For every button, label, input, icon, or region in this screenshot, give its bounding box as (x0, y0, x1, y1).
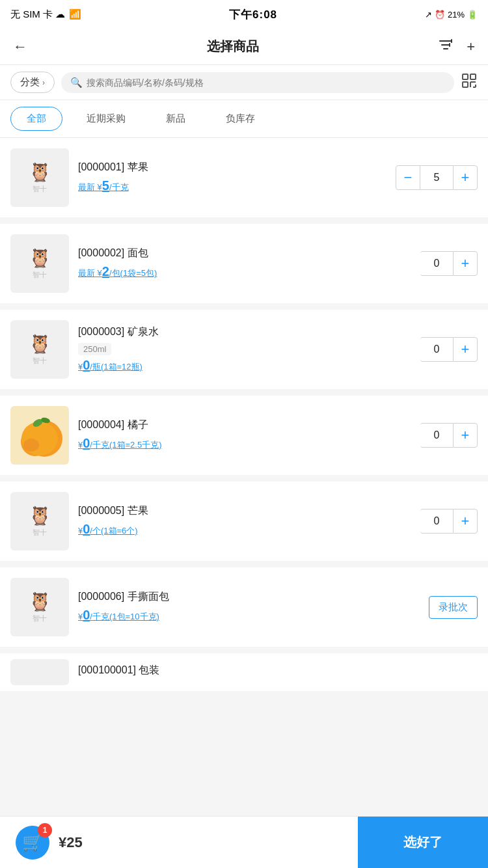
cart-total: ¥25 (59, 834, 83, 851)
price-unit: /千克(1箱=2.5千克) (90, 440, 161, 450)
list-item: 🦉 智十 [0000006] 手撕面包 ¥0/千克(1包=10千克) 录批次 (0, 567, 488, 647)
product-name: [0000002] 面包 (78, 247, 411, 260)
quantity-control: + (420, 509, 478, 534)
plus-button[interactable]: + (453, 165, 478, 190)
product-price: 最新 ¥5/千克 (78, 178, 386, 193)
filter-icon[interactable] (438, 37, 454, 57)
price-prefix: 最新 ¥ (78, 182, 102, 192)
cart-badge: 1 (38, 823, 52, 837)
product-list: 🦉 智十 [0000001] 苹果 最新 ¥5/千克 − + 🦉 智十 [000… (0, 138, 488, 691)
product-info: [0000004] 橘子 ¥0/千克(1箱=2.5千克) (78, 418, 411, 452)
list-item: 🦉 智十 [0000001] 苹果 最新 ¥5/千克 − + (0, 138, 488, 217)
plus-button[interactable]: + (453, 509, 478, 534)
batch-button[interactable]: 录批次 (429, 596, 478, 619)
battery-icon: 🔋 (467, 10, 478, 20)
product-thumbnail: 🦉 智十 (10, 492, 69, 550)
owl-icon: 🦉 (29, 247, 51, 269)
owl-icon: 🦉 (29, 161, 51, 183)
product-price: ¥0/千克(1箱=2.5千克) (78, 436, 411, 451)
tab-bar: 全部 近期采购 新品 负库存 (0, 100, 488, 138)
price-unit: /瓶(1箱=12瓶) (90, 362, 142, 372)
status-right: ↗ ⏰ 21% 🔋 (425, 10, 478, 20)
quantity-control: − + (396, 165, 478, 190)
price-amount: 5 (102, 178, 109, 193)
list-item: 🦉 智十 [0000003] 矿泉水 250ml ¥0/瓶(1箱=12瓶) + (0, 310, 488, 389)
product-name: [0000005] 芒果 (78, 504, 411, 518)
product-price: ¥0/个(1箱=6个) (78, 522, 411, 537)
product-info: [0000002] 面包 最新 ¥2/包(1袋=5包) (78, 247, 411, 280)
quantity-input[interactable] (420, 423, 453, 448)
product-info: [000100001] 包装 (78, 664, 478, 681)
product-name: [000100001] 包装 (78, 664, 478, 677)
quantity-control: + (420, 337, 478, 362)
quantity-control: 录批次 (429, 596, 478, 619)
brand-text: 智十 (33, 356, 47, 366)
product-thumbnail (10, 406, 69, 465)
product-price: 最新 ¥2/包(1袋=5包) (78, 264, 411, 279)
plus-button[interactable]: + (453, 423, 478, 448)
quantity-input[interactable] (420, 337, 453, 362)
cart-button[interactable]: 🛒 1 (16, 826, 49, 860)
product-info: [0000005] 芒果 ¥0/个(1箱=6个) (78, 504, 411, 538)
price-amount: 0 (83, 436, 90, 450)
tab-new[interactable]: 新品 (150, 107, 202, 131)
status-bar: 无 SIM 卡 ☁ 📶 下午6:08 ↗ ⏰ 21% 🔋 (0, 0, 488, 29)
product-name: [0000006] 手撕面包 (78, 590, 420, 604)
price-amount: 0 (83, 608, 90, 622)
quantity-control: + (420, 251, 478, 276)
plus-button[interactable]: + (453, 337, 478, 362)
location-icon: ↗ (425, 10, 432, 20)
brand-text: 智十 (33, 270, 47, 280)
product-name: [0000004] 橘子 (78, 418, 411, 432)
owl-icon: 🦉 (29, 333, 51, 355)
svg-rect-6 (470, 74, 476, 79)
tab-negative-stock[interactable]: 负库存 (210, 107, 271, 131)
status-time: 下午6:08 (229, 7, 277, 22)
quantity-input[interactable] (420, 251, 453, 276)
product-thumbnail: 🦉 智十 (10, 148, 69, 207)
sim-label: 无 SIM 卡 ☁ (10, 8, 65, 21)
confirm-button[interactable]: 选好了 (358, 817, 488, 869)
product-name: [0000001] 苹果 (78, 161, 386, 174)
svg-rect-7 (463, 82, 468, 87)
price-unit: /个(1箱=6个) (90, 526, 137, 536)
brand-text: 智十 (33, 528, 47, 537)
price-amount: 0 (83, 358, 90, 372)
add-icon[interactable]: + (467, 38, 475, 55)
quantity-input[interactable] (420, 509, 453, 534)
nav-bar: ← 选择商品 + (0, 29, 488, 65)
svg-rect-5 (463, 74, 468, 79)
nav-actions: + (438, 37, 475, 57)
category-button[interactable]: 分类 › (10, 72, 55, 93)
wifi-icon: 📶 (69, 8, 81, 20)
category-chevron-icon: › (42, 78, 45, 87)
scan-icon[interactable] (461, 72, 478, 93)
back-button[interactable]: ← (13, 38, 27, 55)
tab-all[interactable]: 全部 (10, 107, 62, 131)
price-unit: /千克 (109, 182, 129, 192)
search-input[interactable] (87, 77, 445, 88)
owl-icon: 🦉 (29, 505, 51, 526)
quantity-control: + (420, 423, 478, 448)
cart-area: 🛒 1 ¥25 (0, 826, 83, 860)
product-price: ¥0/瓶(1箱=12瓶) (78, 358, 411, 373)
plus-button[interactable]: + (453, 251, 478, 276)
minus-button[interactable]: − (396, 165, 420, 190)
tab-recent[interactable]: 近期采购 (70, 107, 142, 131)
product-info: [0000006] 手撕面包 ¥0/千克(1包=10千克) (78, 590, 420, 624)
product-thumbnail: 🦉 智十 (10, 578, 69, 636)
svg-point-16 (23, 439, 39, 452)
list-item: [000100001] 包装 (0, 653, 488, 691)
list-item: 🦉 智十 [0000002] 面包 最新 ¥2/包(1袋=5包) + (0, 224, 488, 303)
search-icon: 🔍 (70, 77, 83, 88)
price-unit: /千克(1包=10千克) (90, 612, 159, 621)
price-amount: 0 (83, 522, 90, 536)
bottom-bar: 🛒 1 ¥25 选好了 (0, 816, 488, 868)
quantity-input[interactable] (420, 165, 453, 190)
product-info: [0000001] 苹果 最新 ¥5/千克 (78, 161, 386, 195)
product-name: [0000003] 矿泉水 (78, 325, 411, 339)
brand-text: 智十 (33, 184, 47, 194)
battery-percent: 21% (448, 10, 465, 20)
list-item: [0000004] 橘子 ¥0/千克(1箱=2.5千克) + (0, 396, 488, 475)
brand-text: 智十 (33, 614, 47, 623)
